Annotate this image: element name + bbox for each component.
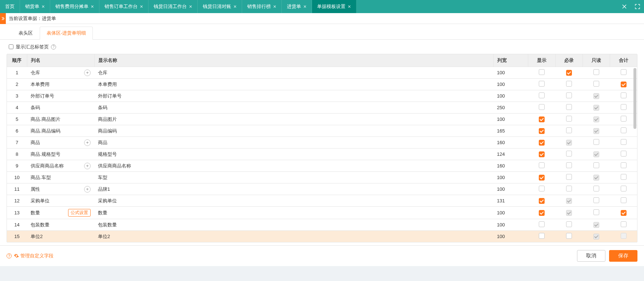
checkbox[interactable] bbox=[621, 186, 627, 191]
cancel-button[interactable]: 取消 bbox=[577, 250, 605, 262]
cell-width[interactable]: 160 bbox=[493, 137, 528, 149]
top-tab[interactable]: 钱货日清对账✕ bbox=[198, 0, 242, 13]
cell-display[interactable]: 采购单位 bbox=[94, 195, 493, 207]
checkbox[interactable] bbox=[539, 175, 545, 181]
checkbox[interactable] bbox=[566, 174, 572, 180]
cell-width[interactable]: 100 bbox=[493, 183, 528, 195]
close-icon[interactable]: ✕ bbox=[189, 4, 192, 9]
checkbox[interactable] bbox=[566, 104, 572, 110]
close-icon[interactable]: ✕ bbox=[42, 4, 45, 9]
add-icon[interactable]: + bbox=[84, 186, 91, 193]
cell-width[interactable]: 100 bbox=[493, 219, 528, 231]
close-icon[interactable]: ✕ bbox=[91, 4, 94, 9]
checkbox[interactable] bbox=[539, 128, 545, 134]
checkbox[interactable] bbox=[539, 186, 545, 191]
cell-width[interactable]: 250 bbox=[493, 102, 528, 114]
checkbox[interactable] bbox=[593, 81, 599, 87]
checkbox[interactable] bbox=[621, 127, 627, 133]
cell-width[interactable]: 131 bbox=[493, 195, 528, 207]
manage-custom-fields-link[interactable]: 管理自定义字段 bbox=[20, 253, 54, 259]
checkbox[interactable] bbox=[539, 69, 545, 75]
checkbox[interactable] bbox=[566, 81, 572, 87]
cell-width[interactable]: 100 bbox=[493, 79, 528, 90]
checkbox[interactable] bbox=[566, 221, 572, 227]
checkbox[interactable] bbox=[566, 70, 572, 76]
checkbox[interactable] bbox=[539, 198, 545, 204]
cell-display[interactable]: 商品图片 bbox=[94, 114, 493, 125]
checkbox[interactable] bbox=[539, 92, 545, 98]
checkbox[interactable] bbox=[593, 69, 599, 75]
top-tab[interactable]: 首页 bbox=[0, 0, 20, 13]
top-tab[interactable]: 进货单✕ bbox=[282, 0, 312, 13]
top-tab[interactable]: 销售订单工作台✕ bbox=[99, 0, 149, 13]
add-icon[interactable]: + bbox=[84, 163, 91, 169]
cell-display[interactable]: 供应商商品名称 bbox=[94, 160, 493, 172]
cell-display[interactable]: 单位2 bbox=[94, 231, 493, 242]
close-icon[interactable]: ✕ bbox=[233, 4, 237, 9]
show-summary-checkbox[interactable]: 显示汇总标签页 bbox=[7, 43, 49, 50]
top-tab[interactable]: 单据模板设置✕ bbox=[312, 0, 356, 13]
checkbox[interactable] bbox=[621, 221, 627, 227]
checkbox[interactable] bbox=[566, 116, 572, 122]
cell-width[interactable]: 100 bbox=[493, 114, 528, 125]
checkbox[interactable] bbox=[593, 139, 599, 145]
footer-help-icon[interactable]: ? bbox=[7, 253, 12, 258]
top-tab[interactable]: 销售排行榜✕ bbox=[242, 0, 282, 13]
checkbox[interactable] bbox=[621, 210, 627, 216]
cell-display[interactable]: 商品编码 bbox=[94, 125, 493, 137]
checkbox[interactable] bbox=[621, 139, 627, 145]
top-tab[interactable]: 销售费用分摊单✕ bbox=[50, 0, 99, 13]
add-icon[interactable]: + bbox=[84, 70, 91, 76]
cell-display[interactable]: 本单费用 bbox=[94, 79, 493, 90]
checkbox[interactable] bbox=[539, 81, 545, 87]
cell-width[interactable]: 165 bbox=[493, 125, 528, 137]
close-icon[interactable]: ✕ bbox=[303, 4, 307, 9]
checkbox[interactable] bbox=[593, 162, 599, 168]
checkbox[interactable] bbox=[593, 197, 599, 203]
checkbox[interactable] bbox=[566, 162, 572, 168]
checkbox[interactable] bbox=[593, 186, 599, 191]
checkbox[interactable] bbox=[539, 221, 545, 227]
close-icon[interactable]: ✕ bbox=[140, 4, 143, 9]
checkbox[interactable] bbox=[566, 186, 572, 191]
checkbox[interactable] bbox=[539, 210, 545, 216]
checkbox[interactable] bbox=[566, 233, 572, 239]
help-icon[interactable]: ? bbox=[51, 44, 56, 50]
checkbox[interactable] bbox=[621, 116, 627, 122]
add-icon[interactable]: + bbox=[84, 139, 91, 146]
checkbox[interactable] bbox=[566, 151, 572, 157]
checkbox[interactable] bbox=[539, 140, 545, 146]
checkbox[interactable] bbox=[566, 92, 572, 98]
checkbox[interactable] bbox=[621, 104, 627, 110]
cell-display[interactable]: 品牌1 bbox=[94, 183, 493, 195]
cell-width[interactable]: 100 bbox=[493, 172, 528, 183]
checkbox[interactable] bbox=[621, 174, 627, 180]
checkbox[interactable] bbox=[593, 209, 599, 215]
inner-tab[interactable]: 表头区 bbox=[12, 27, 40, 40]
checkbox[interactable] bbox=[621, 151, 627, 157]
cell-display[interactable]: 仓库 bbox=[94, 67, 493, 79]
fullscreen-icon[interactable] bbox=[631, 0, 644, 13]
checkbox[interactable] bbox=[621, 197, 627, 203]
formula-button[interactable]: 公式设置 bbox=[68, 209, 91, 217]
cell-display[interactable]: 包装数量 bbox=[94, 219, 493, 231]
checkbox[interactable] bbox=[539, 116, 545, 122]
inner-tab[interactable]: 表体区-进货单明细 bbox=[40, 27, 93, 40]
cell-display[interactable]: 条码 bbox=[94, 102, 493, 114]
close-icon[interactable]: ✕ bbox=[273, 4, 276, 9]
cell-display[interactable]: 数量 bbox=[94, 207, 493, 219]
cell-display[interactable]: 外部订单号 bbox=[94, 90, 493, 102]
cell-width[interactable]: 100 bbox=[493, 90, 528, 102]
top-tab[interactable]: 钱货日清工作台✕ bbox=[149, 0, 198, 13]
checkbox[interactable] bbox=[621, 92, 627, 98]
cell-width[interactable]: 100 bbox=[493, 207, 528, 219]
checkbox[interactable] bbox=[539, 151, 545, 157]
checkbox[interactable] bbox=[621, 82, 627, 87]
checkbox[interactable] bbox=[539, 162, 545, 168]
checkbox[interactable] bbox=[566, 127, 572, 133]
cell-width[interactable]: 100 bbox=[493, 67, 528, 79]
checkbox[interactable] bbox=[621, 162, 627, 168]
close-icon[interactable]: ✕ bbox=[348, 4, 351, 9]
checkbox[interactable] bbox=[539, 104, 545, 110]
top-tab[interactable]: 销货单✕ bbox=[20, 0, 50, 13]
